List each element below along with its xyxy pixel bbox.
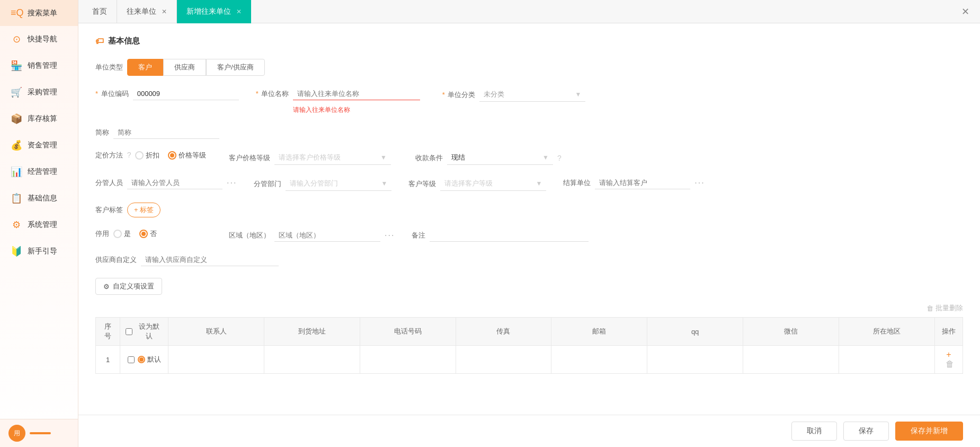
row-checkbox[interactable] <box>128 356 135 363</box>
disable-label: 停用 <box>95 229 109 239</box>
region-input[interactable] <box>274 229 380 242</box>
sidebar-label-quicknav: 快捷导航 <box>28 34 57 44</box>
sidebar-item-operations[interactable]: 📊 经营管理 <box>0 159 78 185</box>
sidebar-item-guide[interactable]: 🔰 新手引导 <box>0 238 78 265</box>
customer-level-label: 客户等级 <box>408 179 436 189</box>
tab-home[interactable]: 首页 <box>83 0 117 23</box>
remark-input[interactable] <box>430 229 589 242</box>
sidebar-item-basic[interactable]: 📋 基础信息 <box>0 185 78 212</box>
basic-icon: 📋 <box>11 192 22 204</box>
row-default-radio[interactable] <box>138 356 145 363</box>
manager-input[interactable] <box>127 177 222 189</box>
customer-price-level-field: 客户价格等级 请选择客户价格等级 ▼ <box>229 151 398 165</box>
unit-code-input[interactable] <box>133 87 239 100</box>
tab-partners-close[interactable]: ✕ <box>162 8 167 15</box>
type-btn-customer[interactable]: 客户 <box>127 59 163 76</box>
manager-more-btn[interactable]: ··· <box>227 178 237 188</box>
avatar: 用 <box>8 425 25 442</box>
tab-partners-label: 往来单位 <box>127 7 156 16</box>
row-wechat-input[interactable] <box>749 356 833 364</box>
row-address-input[interactable] <box>270 356 354 364</box>
sidebar: ≡Q 搜索菜单 ⊙ 快捷导航 🏪 销售管理 🛒 采购管理 📦 库存核算 💰 资金… <box>0 0 78 447</box>
sidebar-item-inventory[interactable]: 📦 库存核算 <box>0 106 78 132</box>
add-row-button[interactable]: + <box>946 350 951 359</box>
unit-category-select[interactable]: 未分类 ▼ <box>479 87 585 102</box>
radio-yes-circle <box>113 230 122 238</box>
remark-field: 备注 <box>412 229 589 242</box>
batch-delete-btn[interactable]: 🗑 批量删除 <box>926 303 963 313</box>
price-level-chevron-icon: ▼ <box>380 154 387 161</box>
col-region: 所在地区 <box>839 318 934 346</box>
radio-yes[interactable]: 是 <box>113 229 131 239</box>
region-more-btn[interactable]: ··· <box>385 231 395 240</box>
delete-icon: 🗑 <box>926 304 933 312</box>
select-all-checkbox[interactable] <box>126 328 132 335</box>
pricing-help-icon[interactable]: ? <box>127 151 131 159</box>
abbr-input[interactable] <box>113 126 219 139</box>
customer-level-select[interactable]: 请选择客户等级 ▼ <box>440 177 546 191</box>
supplier-custom-label: 供应商自定义 <box>95 255 137 265</box>
settlement-more-btn[interactable]: ··· <box>694 178 705 188</box>
row-wechat <box>743 346 839 374</box>
tab-home-label: 首页 <box>92 7 107 16</box>
col-contact: 联系人 <box>168 318 264 346</box>
unit-name-input[interactable] <box>293 87 420 100</box>
row-region <box>839 346 934 374</box>
col-wechat: 微信 <box>743 318 839 346</box>
add-tag-button[interactable]: + 标签 <box>127 203 161 217</box>
radio-discount[interactable]: 折扣 <box>135 151 159 160</box>
supplier-custom-input[interactable] <box>141 253 279 266</box>
save-new-button[interactable]: 保存并新增 <box>895 422 963 441</box>
content-area: 🏷 基本信息 单位类型 客户 供应商 客户/供应商 * 单位编码 <box>78 23 980 415</box>
sidebar-item-purchase[interactable]: 🛒 采购管理 <box>0 79 78 106</box>
pricing-row: 定价方法 ? 折扣 价格等级 客户价格等级 请选择客户价 <box>95 151 963 165</box>
remark-label: 备注 <box>412 231 425 240</box>
col-phone: 电话号码 <box>360 318 456 346</box>
settlement-unit-input[interactable] <box>595 177 690 189</box>
gear-icon: ⚙ <box>103 283 110 291</box>
purchase-icon: 🛒 <box>11 86 22 98</box>
row-phone-input[interactable] <box>366 356 450 364</box>
save-button[interactable]: 保存 <box>843 422 889 441</box>
row-contact-input[interactable] <box>174 356 259 364</box>
table-row: 1 默认 <box>96 346 963 374</box>
sidebar-label-finance: 资金管理 <box>28 141 57 150</box>
sidebar-item-system[interactable]: ⚙ 系统管理 <box>0 212 78 238</box>
col-email: 邮箱 <box>551 318 647 346</box>
customer-price-level-select[interactable]: 请选择客户价格等级 ▼ <box>274 151 391 165</box>
row-region-input[interactable] <box>844 356 929 364</box>
tab-new-partner-close[interactable]: ✕ <box>236 8 242 15</box>
row-email <box>551 346 647 374</box>
row-default: 默认 <box>120 346 168 374</box>
custom-settings-button[interactable]: ⚙ 自定义项设置 <box>95 278 162 295</box>
tab-partners[interactable]: 往来单位 ✕ <box>117 0 177 23</box>
customer-level-chevron-icon: ▼ <box>536 180 542 187</box>
row-fax-input[interactable] <box>461 356 546 364</box>
sidebar-label-inventory: 库存核算 <box>28 114 57 124</box>
footer: 取消 保存 保存并新增 <box>78 415 980 447</box>
sidebar-item-sales[interactable]: 🏪 销售管理 <box>0 52 78 79</box>
sidebar-item-finance[interactable]: 💰 资金管理 <box>0 132 78 159</box>
unit-type-field: 单位类型 客户 供应商 客户/供应商 <box>95 59 265 76</box>
payment-help-icon[interactable]: ? <box>557 154 562 162</box>
sidebar-item-quicknav[interactable]: ⊙ 快捷导航 <box>0 26 78 52</box>
department-select[interactable]: 请输入分管部门 ▼ <box>286 177 391 191</box>
radio-no[interactable]: 否 <box>139 229 157 239</box>
radio-level[interactable]: 价格等级 <box>168 151 206 160</box>
tab-close-all[interactable]: ✕ <box>955 6 976 17</box>
dept-chevron-icon: ▼ <box>381 180 387 187</box>
type-btn-supplier[interactable]: 供应商 <box>163 59 206 76</box>
row-actions: + 🗑 <box>934 346 963 374</box>
type-btn-both[interactable]: 客户/供应商 <box>206 59 265 76</box>
home-icon: ⊙ <box>11 33 22 45</box>
row-email-input[interactable] <box>557 356 642 364</box>
payment-terms-select[interactable]: 现结 ▼ <box>447 151 553 165</box>
sidebar-label-search: 搜索菜单 <box>28 8 57 18</box>
del-row-button[interactable]: 🗑 <box>946 360 954 369</box>
contact-table: 序号 设为默认 联系人 到货地址 电话号码 传真 邮箱 qq <box>95 317 963 374</box>
customer-price-level-label: 客户价格等级 <box>229 153 270 163</box>
tab-new-partner[interactable]: 新增往来单位 ✕ <box>177 0 251 23</box>
row-qq-input[interactable] <box>653 356 737 364</box>
sidebar-item-search[interactable]: ≡Q 搜索菜单 <box>0 0 78 26</box>
cancel-button[interactable]: 取消 <box>791 422 837 441</box>
